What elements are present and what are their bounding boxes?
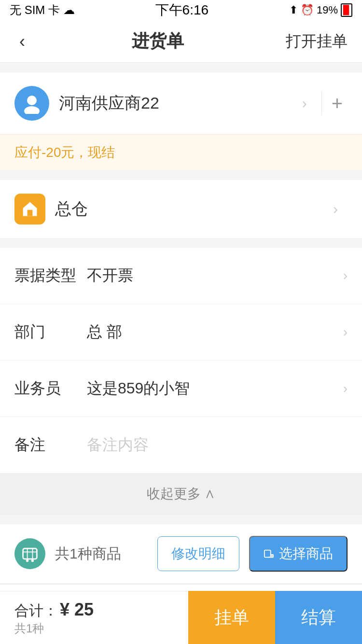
status-right: ⬆ ⏰ 19% ▉ xyxy=(289,3,352,17)
svg-point-1 xyxy=(24,106,40,114)
invoice-type-value: 不开票 xyxy=(77,265,343,286)
warehouse-chevron-icon: › xyxy=(333,201,338,217)
battery-icon: ▉ xyxy=(341,3,352,17)
user-icon xyxy=(21,93,42,114)
payment-notice: 应付-20元，现结 xyxy=(0,134,362,170)
checkout-button[interactable]: 结算 xyxy=(275,591,362,644)
nav-bar: ‹ 进货单 打开挂单 xyxy=(0,20,362,63)
edit-detail-button[interactable]: 修改明细 xyxy=(157,536,239,571)
supplier-chevron-icon: › xyxy=(302,95,307,112)
section-gap-3 xyxy=(0,238,362,248)
hang-button[interactable]: 挂单 xyxy=(188,591,275,644)
back-button[interactable]: ‹ xyxy=(14,27,30,56)
bottom-bar: 合计： ¥ 25 共1种 挂单 结算 xyxy=(0,591,362,644)
total-amount: ¥ 25 xyxy=(60,600,94,620)
warehouse-section[interactable]: 总仓 › xyxy=(0,180,362,238)
select-product-icon xyxy=(264,548,274,559)
products-header: 共1种商品 修改明细 选择商品 xyxy=(0,524,362,583)
salesperson-label: 业务员 xyxy=(14,378,77,399)
signal-text: 无 SIM 卡 ☁ xyxy=(10,2,75,18)
alarm-icon: ⏰ xyxy=(301,4,314,16)
add-supplier-button[interactable]: + xyxy=(327,93,348,114)
warehouse-row[interactable]: 总仓 › xyxy=(0,180,362,238)
total-label: 合计： xyxy=(14,601,58,621)
department-label: 部门 xyxy=(14,322,77,343)
svg-rect-10 xyxy=(265,550,271,558)
svg-point-5 xyxy=(26,560,28,562)
section-gap-4 xyxy=(0,515,362,524)
total-count: 共1种 xyxy=(14,621,174,636)
svg-point-0 xyxy=(27,96,37,105)
salesperson-chevron: › xyxy=(343,381,348,396)
svg-point-6 xyxy=(31,560,34,562)
form-section: 票据类型 不开票 › 部门 总 部 › 业务员 这是859的小智 › 备注 备注… xyxy=(0,248,362,473)
supplier-name: 河南供应商22 xyxy=(59,92,302,114)
location-icon: ⬆ xyxy=(289,4,298,16)
cart-icon xyxy=(21,545,39,562)
invoice-type-chevron: › xyxy=(343,268,348,283)
supplier-row[interactable]: 河南供应商22 › + xyxy=(0,72,362,134)
invoice-type-label: 票据类型 xyxy=(14,265,77,286)
remarks-label: 备注 xyxy=(14,434,77,456)
products-section: 共1种商品 修改明细 选择商品 xyxy=(0,524,362,583)
remarks-row[interactable]: 备注 备注内容 xyxy=(0,417,362,473)
open-hang-button[interactable]: 打开挂单 xyxy=(286,31,348,52)
products-count: 共1种商品 xyxy=(55,544,148,564)
battery-text: 19% xyxy=(317,4,338,16)
warehouse-icon xyxy=(14,194,45,224)
supplier-section: 河南供应商22 › + 应付-20元，现结 xyxy=(0,72,362,170)
page-title: 进货单 xyxy=(132,29,184,53)
warehouse-name: 总仓 xyxy=(55,198,333,220)
section-gap-2 xyxy=(0,170,362,180)
invoice-type-row[interactable]: 票据类型 不开票 › xyxy=(0,248,362,304)
salesperson-row[interactable]: 业务员 这是859的小智 › xyxy=(0,361,362,417)
select-product-label: 选择商品 xyxy=(279,545,333,563)
department-row[interactable]: 部门 总 部 › xyxy=(0,304,362,361)
status-bar: 无 SIM 卡 ☁ 下午6:16 ⬆ ⏰ 19% ▉ xyxy=(0,0,362,20)
select-product-button[interactable]: 选择商品 xyxy=(249,536,348,572)
department-chevron: › xyxy=(343,324,348,340)
status-time: 下午6:16 xyxy=(155,1,209,19)
salesperson-value: 这是859的小智 xyxy=(77,378,343,399)
svg-rect-4 xyxy=(23,548,37,559)
collapse-button[interactable]: 收起更多 ∧ xyxy=(0,473,362,515)
total-section: 合计： ¥ 25 共1种 xyxy=(0,591,188,644)
section-gap-1 xyxy=(0,63,362,72)
section-divider xyxy=(0,583,362,584)
products-icon xyxy=(14,538,45,569)
divider xyxy=(321,91,322,115)
home-icon xyxy=(21,200,39,218)
department-value: 总 部 xyxy=(77,322,343,343)
status-left: 无 SIM 卡 ☁ xyxy=(10,2,75,18)
svg-rect-3 xyxy=(28,210,33,216)
supplier-avatar xyxy=(14,86,49,121)
remarks-input[interactable]: 备注内容 xyxy=(77,434,348,456)
